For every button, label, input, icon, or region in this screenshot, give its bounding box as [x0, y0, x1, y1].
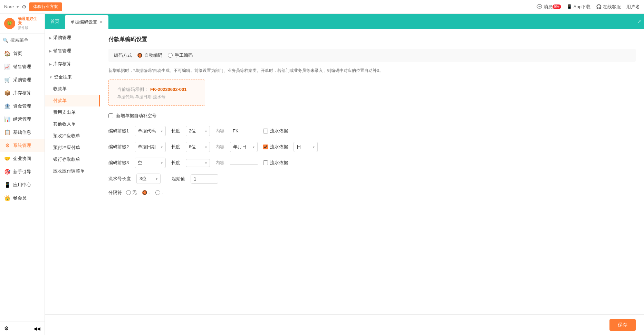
sidebar-item-home[interactable]: 🏠 首页: [0, 47, 45, 60]
content2-arrow-icon: ▾: [253, 145, 254, 149]
serial2-unit-value: 日: [297, 144, 301, 150]
sidebar-item-enterprise[interactable]: 🤝 企业协同: [0, 152, 45, 165]
sidebar-item-label-operation: 经营管理: [13, 116, 31, 122]
separator-dash-radio[interactable]: [142, 190, 147, 195]
sidebar-settings-icon[interactable]: ⚙: [4, 325, 9, 332]
online-service-group[interactable]: 🎧 在线客服: [596, 4, 621, 10]
length3-arrow-icon: ▾: [205, 161, 207, 165]
separator-dot-radio[interactable]: [155, 190, 160, 195]
tab-close-icon[interactable]: ✕: [99, 20, 103, 25]
sidebar-item-purchase[interactable]: 🛒 采购管理: [0, 73, 45, 86]
sidebar-item-bank-deposit[interactable]: 银行存取款单: [45, 153, 100, 165]
sidebar-item-basic[interactable]: 📋 基础信息: [0, 126, 45, 139]
sidebar-item-apps[interactable]: 📱 应用中心: [0, 178, 45, 192]
prefix-row-3: 编码前缀3 空 ▾ 长度 ▾ 内容 流水依据: [108, 158, 636, 168]
length2-select[interactable]: 8位 ▾: [186, 142, 210, 152]
sidebar-search[interactable]: 🔍 搜索菜单: [0, 34, 45, 47]
inventory-arrow-icon: ▶: [49, 62, 52, 66]
sidebar-item-prepay-receive[interactable]: 预收冲应收单: [45, 130, 100, 142]
apps-icon: 📱: [4, 182, 10, 188]
coding-method-row: 编码方式 自动编码 手工编码: [108, 49, 636, 62]
serial-start-input[interactable]: [191, 174, 218, 184]
app-download-label: App下载: [574, 4, 590, 10]
sidebar-item-member[interactable]: 👑 畅会员: [0, 192, 45, 205]
content2-select[interactable]: 年月日 ▾: [230, 142, 258, 152]
trial-btn[interactable]: 体验行业方案: [29, 2, 62, 11]
prefix1-select[interactable]: 单据代码 ▾: [135, 126, 166, 136]
tab-minimize-icon[interactable]: —: [629, 19, 634, 24]
logo-icon: 🍀: [4, 18, 15, 29]
purchase-arrow-icon: ▶: [49, 36, 52, 40]
sidebar-item-receipt[interactable]: 收款单: [45, 83, 100, 95]
preview-box: 当前编码示例： FK-20230602-001 单据代码-单据日期-流水号: [108, 80, 205, 106]
length1-select[interactable]: 2位 ▾: [186, 126, 210, 136]
serial3-checkbox[interactable]: [263, 160, 268, 165]
second-sidebar: ▶ 采购管理 ▶ 销售管理 ▶ 库存核算: [45, 29, 100, 335]
tab-maximize-icon[interactable]: ⤢: [637, 19, 641, 24]
app-download-group[interactable]: 📱 App下载: [567, 4, 590, 10]
separator-none-radio[interactable]: [126, 190, 131, 195]
dropdown-icon[interactable]: ▾: [17, 4, 19, 9]
sidebar-item-label-system: 系统管理: [13, 142, 31, 149]
sidebar-item-sales[interactable]: 📈 销售管理: [0, 60, 45, 73]
separator-dot-option[interactable]: .: [155, 190, 163, 195]
length1-arrow-icon: ▾: [205, 129, 207, 133]
operation-icon: 📊: [4, 116, 10, 122]
sidebar-item-guide[interactable]: 🎯 新手引导: [0, 165, 45, 178]
sidebar-item-other-income[interactable]: 其他收入单: [45, 118, 100, 130]
group-sales-header[interactable]: ▶ 销售管理: [45, 45, 100, 57]
manual-coding-label: 手工编码: [175, 52, 193, 58]
tab-serial-setting[interactable]: 单据编码设置 ✕: [65, 15, 108, 29]
prefix2-arrow-icon: ▾: [161, 145, 163, 149]
save-button[interactable]: 保存: [609, 319, 636, 331]
separator-none-option[interactable]: 无: [126, 189, 137, 196]
sidebar-collapse-icon[interactable]: ◀◀: [33, 326, 40, 331]
brand-name: Nare: [4, 4, 14, 9]
sidebar-item-expense[interactable]: 费用支出单: [45, 106, 100, 118]
inventory-icon: 📦: [4, 90, 10, 96]
logo-area: 🍀 畅通消好生意 插件版: [0, 14, 45, 34]
message-group[interactable]: 💬 消息 99+: [537, 4, 561, 10]
sidebar-item-operation[interactable]: 📊 经营管理: [0, 113, 45, 126]
auto-coding-radio[interactable]: [137, 53, 142, 58]
group-capital: ▼ 资金往来 收款单 付款单 费用支出单 其他收入单 预收冲应收单 预付冲应付单…: [45, 71, 100, 177]
prefix2-select[interactable]: 单据日期 ▾: [135, 142, 166, 152]
online-service-label: 在线客服: [603, 4, 621, 10]
sidebar-item-inventory[interactable]: 📦 库存核算: [0, 86, 45, 100]
serial2-unit-select[interactable]: 日 ▾: [294, 142, 318, 152]
separator-dash-option[interactable]: -: [142, 190, 150, 195]
content3-value: [230, 161, 258, 165]
sidebar-item-prepay-pay[interactable]: 预付冲应付单: [45, 142, 100, 153]
serial3-checkbox-group: 流水依据: [263, 160, 288, 166]
serial1-checkbox[interactable]: [263, 129, 268, 133]
sidebar-item-label-purchase: 采购管理: [13, 77, 31, 83]
tab-home-label: 首页: [50, 18, 59, 25]
settings-icon[interactable]: ⚙: [22, 4, 26, 10]
user-name[interactable]: 用户名: [626, 4, 640, 10]
sidebar-item-system[interactable]: ⚙ 系统管理: [0, 139, 45, 152]
manual-coding-radio[interactable]: [168, 53, 173, 58]
system-icon: ⚙: [4, 142, 10, 149]
group-inventory-header[interactable]: ▶ 库存核算: [45, 58, 100, 70]
auto-coding-option[interactable]: 自动编码: [137, 52, 162, 58]
sidebar-item-label-apps: 应用中心: [13, 182, 31, 188]
group-capital-header[interactable]: ▼ 资金往来: [45, 71, 100, 83]
sidebar-item-label-inventory: 库存核算: [13, 90, 31, 96]
serial2-checkbox[interactable]: [263, 145, 268, 149]
prefix2-value: 单据日期: [138, 144, 156, 150]
sidebar-item-ar-ap-adjust[interactable]: 应收应付调整单: [45, 165, 100, 177]
length3-select[interactable]: ▾: [186, 159, 210, 167]
sidebar-item-payment[interactable]: 付款单: [45, 95, 100, 106]
group-inventory-label: 库存核算: [53, 61, 71, 67]
serial-length-select[interactable]: 3位 ▾: [136, 174, 161, 184]
finance-icon: 🏦: [4, 103, 10, 109]
serial2-checkbox-group: 流水依据: [263, 144, 288, 150]
manual-coding-option[interactable]: 手工编码: [168, 52, 193, 58]
sidebar-item-finance[interactable]: 🏦 资金管理: [0, 100, 45, 113]
autofill-checkbox[interactable]: [108, 113, 113, 118]
serial1-label: 流水依据: [270, 128, 288, 134]
group-purchase-header[interactable]: ▶ 采购管理: [45, 32, 100, 44]
prefix1-arrow-icon: ▾: [161, 129, 163, 133]
prefix3-select[interactable]: 空 ▾: [135, 158, 166, 168]
tab-home[interactable]: 首页: [45, 14, 65, 29]
